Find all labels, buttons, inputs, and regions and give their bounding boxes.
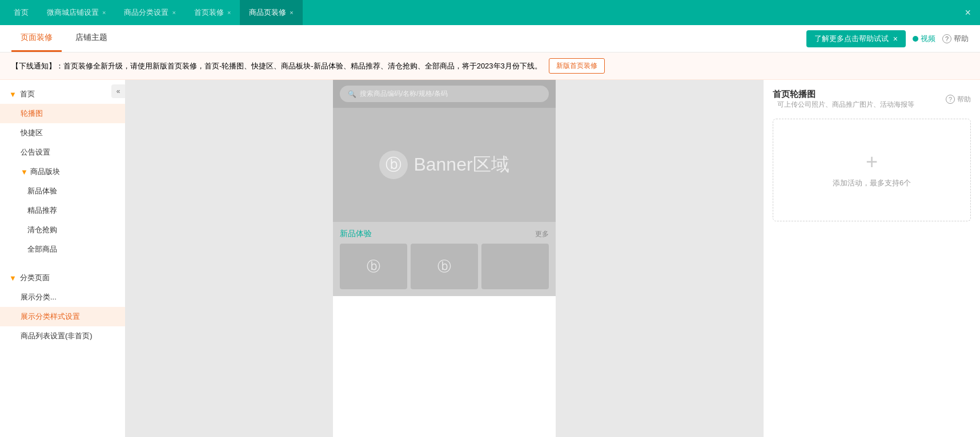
sidebar-item-display-category-label: 展示分类... (21, 293, 57, 301)
video-dot-icon (913, 36, 918, 42)
right-panel: 首页轮播图 可上传公司照片、商品推广图片、活动海报等 ? 帮助 + 添加活动，最… (763, 80, 980, 437)
preview-section-title: 新品体验 (340, 229, 372, 239)
sidebar-item-clearance-label: 清仓抢购 (27, 225, 57, 234)
tab-category-settings[interactable]: 商品分类设置 × (115, 0, 184, 25)
tab-store-settings[interactable]: 微商城店铺设置 × (38, 0, 115, 25)
right-panel-title-group: 首页轮播图 可上传公司照片、商品推广图片、活动海报等 (773, 89, 914, 110)
video-label: 视频 (921, 34, 935, 44)
preview-product-2: ⓑ (411, 244, 478, 289)
tab-home-decoration[interactable]: 首页装修 × (185, 0, 240, 25)
preview-search-bar: 🔍 搜索商品编码/名称/规格/条码 (333, 80, 556, 108)
sidebar: « ▼ 首页 轮播图 快捷区 公告设置 ▼ 商品版块 新品体验 (0, 80, 126, 437)
preview-products-grid: ⓑ ⓑ (340, 244, 549, 289)
banner-text: Banner区域 (413, 152, 509, 177)
right-panel-title-text: 首页轮播图 (773, 89, 816, 100)
add-banner-text: 添加活动，最多支持6个 (833, 178, 911, 188)
help-banner-close[interactable]: × (893, 34, 898, 43)
sidebar-item-announcement[interactable]: 公告设置 (0, 143, 125, 162)
main-layout: « ▼ 首页 轮播图 快捷区 公告设置 ▼ 商品版块 新品体验 (0, 80, 980, 437)
preview-product-3 (481, 244, 549, 289)
right-panel-header: 首页轮播图 可上传公司照片、商品推广图片、活动海报等 ? 帮助 (773, 89, 971, 110)
add-plus-icon: + (866, 152, 878, 172)
sidebar-group-home-arrow: ▼ (9, 90, 17, 99)
tab-page-decoration[interactable]: 页面装修 (11, 25, 62, 52)
preview-products-section: 新品体验 更多 ⓑ ⓑ (333, 222, 556, 296)
help-banner-text: 了解更多点击帮助试试 (814, 34, 889, 44)
tab-page-decoration-label: 页面装修 (21, 33, 53, 43)
sidebar-item-quickaccess[interactable]: 快捷区 (0, 123, 125, 143)
top-nav-close-button[interactable]: × (960, 7, 975, 19)
tab-product-decoration-label: 商品页装修 (249, 7, 286, 18)
sidebar-collapse-button[interactable]: « (111, 84, 125, 98)
center-preview: 🔍 搜索商品编码/名称/规格/条码 ⓑ Banner区域 新品体验 更多 ⓑ (126, 80, 763, 437)
sidebar-item-product-list-settings-label: 商品列表设置(非首页) (21, 331, 93, 340)
preview-section-header: 新品体验 更多 (340, 229, 549, 239)
preview-search-input: 🔍 搜索商品编码/名称/规格/条码 (340, 86, 549, 102)
tab-store-theme-label: 店铺主题 (75, 33, 107, 43)
help-label: 帮助 (954, 34, 969, 44)
right-panel-title: 首页轮播图 (773, 89, 914, 100)
sidebar-item-all-products-label: 全部商品 (27, 245, 57, 253)
preview-section-more: 更多 (535, 229, 549, 239)
tab-product-decoration-close[interactable]: × (290, 9, 293, 16)
tab-home-decoration-label: 首页装修 (194, 7, 224, 18)
notice-text: 【下线通知】：首页装修全新升级，请使用新版首页装修，首页-轮播图、快捷区、商品板… (11, 61, 542, 71)
tab-store-settings-close[interactable]: × (102, 9, 106, 16)
help-link[interactable]: ? 帮助 (942, 34, 969, 44)
sub-tab-bar: 页面装修 店铺主题 了解更多点击帮助试试 × 视频 ? 帮助 (0, 25, 980, 52)
tab-category-settings-label: 商品分类设置 (124, 7, 168, 18)
search-placeholder: 搜索商品编码/名称/规格/条码 (360, 89, 448, 99)
preview-banner: ⓑ Banner区域 (333, 108, 556, 222)
sidebar-item-premium-label: 精品推荐 (27, 206, 57, 215)
sidebar-group-category-label: 分类页面 (20, 273, 50, 283)
sidebar-group-category[interactable]: ▼ 分类页面 (0, 268, 125, 288)
sidebar-item-quickaccess-label: 快捷区 (21, 128, 43, 137)
top-nav-bar: 首页 微商城店铺设置 × 商品分类设置 × 首页装修 × 商品页装修 × × (0, 0, 980, 25)
tab-store-theme[interactable]: 店铺主题 (66, 25, 117, 52)
sidebar-item-display-category-style-label: 展示分类样式设置 (21, 312, 80, 321)
sidebar-item-banner-label: 轮播图 (21, 109, 43, 118)
add-banner-area[interactable]: + 添加活动，最多支持6个 (773, 119, 971, 221)
tab-home-label: 首页 (14, 7, 29, 18)
sidebar-item-banner[interactable]: 轮播图 (0, 104, 125, 123)
preview-product-1: ⓑ (340, 244, 407, 289)
sidebar-group-home[interactable]: ▼ 首页 (0, 84, 125, 104)
tab-category-settings-close[interactable]: × (172, 9, 175, 16)
right-panel-help-button[interactable]: ? 帮助 (946, 95, 971, 104)
sidebar-group-products-label: 商品版块 (30, 167, 60, 177)
sidebar-group-products-arrow: ▼ (21, 168, 28, 176)
sidebar-item-new-experience-label: 新品体验 (27, 187, 57, 195)
question-circle-icon: ? (946, 95, 955, 104)
banner-brand-icon: ⓑ (379, 151, 408, 179)
right-panel-desc: 可上传公司照片、商品推广图片、活动海报等 (777, 100, 914, 108)
new-home-decoration-button[interactable]: 新版首页装修 (549, 58, 605, 74)
tab-product-decoration[interactable]: 商品页装修 × (240, 0, 302, 25)
tab-home-decoration-close[interactable]: × (227, 9, 231, 16)
preview-phone: 🔍 搜索商品编码/名称/规格/条码 ⓑ Banner区域 新品体验 更多 ⓑ (333, 80, 556, 437)
search-icon: 🔍 (348, 90, 356, 98)
sidebar-item-display-category[interactable]: 展示分类... (0, 288, 125, 307)
sidebar-group-category-arrow: ▼ (9, 274, 17, 282)
right-panel-help-label: 帮助 (957, 95, 971, 104)
sidebar-item-clearance[interactable]: 清仓抢购 (0, 220, 125, 240)
sidebar-item-new-experience[interactable]: 新品体验 (0, 181, 125, 201)
sidebar-group-products[interactable]: ▼ 商品版块 (0, 162, 125, 181)
tab-store-settings-label: 微商城店铺设置 (47, 7, 99, 18)
sidebar-item-product-list-settings[interactable]: 商品列表设置(非首页) (0, 326, 125, 346)
video-link[interactable]: 视频 (913, 34, 935, 44)
sidebar-item-all-products[interactable]: 全部商品 (0, 240, 125, 259)
sidebar-item-premium[interactable]: 精品推荐 (0, 201, 125, 220)
help-banner: 了解更多点击帮助试试 × (806, 30, 906, 47)
question-icon: ? (942, 34, 951, 43)
sidebar-item-display-category-style[interactable]: 展示分类样式设置 (0, 307, 125, 326)
notice-bar: 【下线通知】：首页装修全新升级，请使用新版首页装修，首页-轮播图、快捷区、商品板… (0, 52, 980, 80)
sidebar-item-announcement-label: 公告设置 (21, 148, 50, 156)
tab-home[interactable]: 首页 (5, 0, 38, 25)
sidebar-group-home-label: 首页 (20, 89, 35, 99)
preview-banner-content: ⓑ Banner区域 (379, 151, 509, 179)
